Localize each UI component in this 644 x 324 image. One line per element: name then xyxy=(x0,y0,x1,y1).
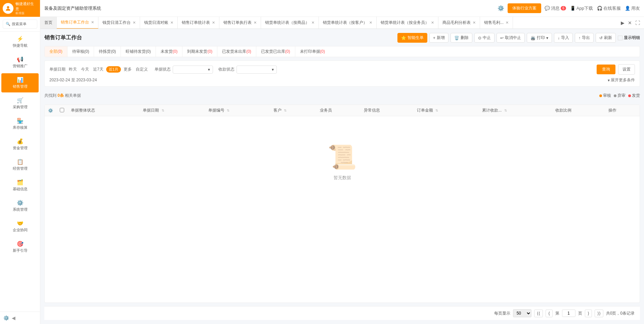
smart-generate-button[interactable]: ⭐ 智能生单 xyxy=(397,33,427,43)
tab-close-sales-stats[interactable]: ✕ xyxy=(212,21,215,25)
th-settings[interactable]: ⚙️ xyxy=(45,105,56,116)
sub-tab-wangpu-pending[interactable]: 旺铺待发货(0) xyxy=(121,46,156,57)
next-page-button[interactable]: ⟩ xyxy=(585,310,592,317)
sidebar-item-operations[interactable]: 📋 经营管理 xyxy=(1,155,39,174)
tab-home[interactable]: 首页 xyxy=(40,17,57,29)
per-page-label: 每页显示 xyxy=(494,311,510,316)
table-actions: 审核 弃审 发货 xyxy=(599,93,640,98)
th-customer[interactable]: 客户 ⇅ xyxy=(270,105,316,116)
sub-tab-pending-review[interactable]: 待审核(0) xyxy=(68,46,94,57)
show-detail-checkbox[interactable] xyxy=(618,36,622,40)
add-button[interactable]: + 新增 xyxy=(429,33,448,43)
main-content: 装备及固定资产辅助管理系统 ⚙️ 体验行业方案 💬 消息 6 📱 App下载 🎧… xyxy=(40,0,644,324)
trash-icon: 🗑️ xyxy=(454,36,459,40)
date-range-display: 2023-02-24 至 2023-03-24 xyxy=(49,77,97,83)
tab-close-all-button[interactable]: ✕ xyxy=(627,19,633,26)
ship-button[interactable]: 发货 xyxy=(628,93,640,98)
tab-close-sales-summary-staff[interactable]: ✕ xyxy=(431,21,434,25)
sub-tab-shipped-not-out[interactable]: 已发货未出库(0) xyxy=(217,46,256,57)
sidebar-item-quicknav[interactable]: ⚡ 快捷导航 xyxy=(1,32,39,51)
th-amount[interactable]: 订单金额 ⇅ xyxy=(414,105,479,116)
sub-tab-not-printed[interactable]: 未打印单据(0) xyxy=(295,46,330,57)
th-checkbox[interactable] xyxy=(56,105,68,116)
date-filter-label: 单据日期 xyxy=(49,67,66,72)
sub-tab-shipped-out[interactable]: 已发货已出库(0) xyxy=(256,46,295,57)
sidebar-item-marketing[interactable]: 📢 营销推广 xyxy=(1,53,39,72)
sub-tab-all[interactable]: 全部(0) xyxy=(45,46,68,57)
sidebar-settings-button[interactable]: ⚙️ xyxy=(3,315,9,321)
sidebar-item-sales[interactable]: 📊 销售管理 xyxy=(1,73,39,92)
payment-status-select[interactable]: ▾ xyxy=(237,66,277,74)
sidebar-item-newguide[interactable]: 🎯 新手引导 xyxy=(1,237,39,256)
th-received[interactable]: 累计收款... ⇅ xyxy=(479,105,552,116)
delete-button[interactable]: 🗑️ 删除 xyxy=(450,33,472,43)
tab-sales-more[interactable]: 销售毛利... ✕ xyxy=(480,17,513,29)
user-button[interactable]: 👤 用友 xyxy=(625,5,640,11)
app-download-button[interactable]: 📱 App下载 xyxy=(570,5,593,11)
bill-status-select[interactable]: ▾ xyxy=(173,66,213,74)
sidebar-item-inventory[interactable]: 🏪 库存核算 xyxy=(1,114,39,133)
tab-close-sales-workbench[interactable]: ✕ xyxy=(91,20,94,25)
filter-yesterday-btn[interactable]: 昨天 xyxy=(68,66,78,73)
filter-more-btn[interactable]: 更多 xyxy=(122,66,133,73)
export-button[interactable]: ↑ 导出 xyxy=(575,33,594,43)
select-all-checkbox[interactable] xyxy=(60,108,64,112)
search-menu-button[interactable]: 🔍 搜索菜单 xyxy=(3,19,37,29)
query-button[interactable]: 查询 xyxy=(597,65,615,74)
sub-tab-pending-pickup[interactable]: 待拣货(0) xyxy=(94,46,121,57)
sidebar-logo: 畅捷通好生意 标准版 xyxy=(0,0,40,17)
tab-gross-margin[interactable]: 商品毛利分析表 ✕ xyxy=(438,17,480,29)
tab-scroll-right-button[interactable]: ▶ xyxy=(619,19,626,26)
last-page-button[interactable]: ⟩⟩ xyxy=(595,310,603,317)
tab-cash-reconcile[interactable]: 钱货日清对账 ✕ xyxy=(140,17,178,29)
solution-button[interactable]: 体验行业方案 xyxy=(508,3,541,13)
suspend-button[interactable]: ⊙ 中止 xyxy=(474,33,495,43)
page-input[interactable] xyxy=(562,310,575,317)
online-service-button[interactable]: 🎧 在线客服 xyxy=(597,5,621,11)
refresh-button[interactable]: ↺ 刷新 xyxy=(596,33,616,43)
sidebar-item-system[interactable]: ⚙️ 系统管理 xyxy=(1,196,39,215)
tab-cash-daily[interactable]: 钱货日清工作台 ✕ xyxy=(98,17,140,29)
sidebar-item-enterprise[interactable]: 🤝 企业协同 xyxy=(1,217,39,236)
unreview-dot-icon xyxy=(614,94,616,97)
sub-tab-overdue-unshipped[interactable]: 到期未发货(0) xyxy=(182,46,217,57)
sidebar-item-purchase[interactable]: 🛒 采购管理 xyxy=(1,94,39,113)
first-page-button[interactable]: ⟨⟨ xyxy=(534,310,543,317)
tab-sales-summary-product[interactable]: 销货单统计表（按商品） ✕ xyxy=(261,17,319,29)
unreview-button[interactable]: 弃审 xyxy=(614,93,626,98)
filter-7days-btn[interactable]: 近7天 xyxy=(92,66,105,73)
th-date[interactable]: 单据日期 ⇅ xyxy=(139,105,205,116)
cancel-suspend-button[interactable]: ↩ 取消中止 xyxy=(497,33,525,43)
print-button[interactable]: 🖨️ 打印 ▾ xyxy=(527,33,552,43)
tab-close-gross-margin[interactable]: ✕ xyxy=(473,21,476,25)
sidebar-item-basics[interactable]: 🗂️ 基础信息 xyxy=(1,176,39,195)
filter-today-btn[interactable]: 今天 xyxy=(80,66,90,73)
tab-sales-summary-customer[interactable]: 销货单统计表（按客户） ✕ xyxy=(319,17,377,29)
tab-sales-summary-staff[interactable]: 销货单统计表（按业务员） ✕ xyxy=(377,17,438,29)
expand-conditions-button[interactable]: ▾ 展开更多条件 xyxy=(608,77,635,83)
tab-close-sales-summary-customer[interactable]: ✕ xyxy=(369,21,372,25)
tab-close-cash-daily[interactable]: ✕ xyxy=(133,21,136,25)
tab-close-cash-reconcile[interactable]: ✕ xyxy=(170,21,173,25)
per-page-select[interactable]: 50 100 200 xyxy=(513,309,531,317)
review-button[interactable]: 审核 xyxy=(599,93,611,98)
tab-close-sales-summary-product[interactable]: ✕ xyxy=(311,21,314,25)
import-button[interactable]: ↓ 导入 xyxy=(554,33,573,43)
tab-sales-workbench[interactable]: 销售订单工作台 ✕ xyxy=(57,17,98,29)
topbar-settings-icon[interactable]: ⚙️ xyxy=(498,5,504,11)
tab-expand-button[interactable]: ⛶ xyxy=(634,19,641,26)
tab-close-sales-more[interactable]: ✕ xyxy=(506,21,509,25)
show-detail-label[interactable]: 显示明细 xyxy=(618,35,640,41)
sub-tab-unshipped[interactable]: 未发货(0) xyxy=(156,46,183,57)
filter-settings-button[interactable]: 设置 xyxy=(618,64,635,75)
th-number[interactable]: 单据编号 ⇅ xyxy=(205,105,270,116)
prev-page-button[interactable]: ⟨ xyxy=(546,310,553,317)
tab-sales-exec[interactable]: 销售订单执行表 ✕ xyxy=(219,17,261,29)
tab-sales-stats[interactable]: 销售订单统计表 ✕ xyxy=(178,17,219,29)
filter-1month-btn[interactable]: 近1月 xyxy=(106,66,121,73)
tab-close-sales-exec[interactable]: ✕ xyxy=(254,21,257,25)
filter-custom-btn[interactable]: 自定义 xyxy=(134,66,149,73)
sidebar-item-finance[interactable]: 💰 资金管理 xyxy=(1,135,39,154)
message-button[interactable]: 💬 消息 6 xyxy=(545,5,566,11)
sidebar-collapse-button[interactable]: ◀ xyxy=(12,315,15,321)
